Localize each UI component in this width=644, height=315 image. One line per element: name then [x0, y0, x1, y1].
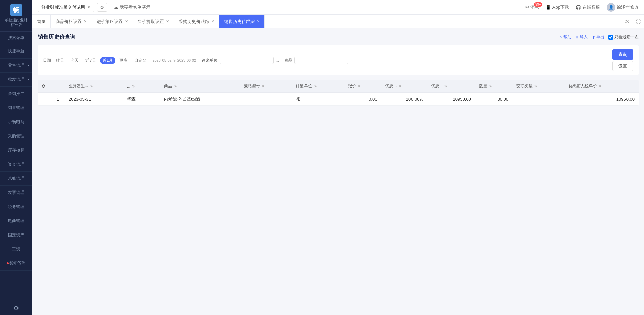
- date-btn-last7days[interactable]: 近7天: [83, 57, 99, 64]
- close-icon[interactable]: ✕: [125, 19, 128, 24]
- from-unit-more-btn[interactable]: ...: [276, 58, 279, 63]
- table-wrapper: ⚙ 业务发生... ⇅ ... ⇅ 商品 ⇅ 规格型号 ⇅ 计量单位 ⇅ 报价 …: [38, 80, 639, 106]
- sidebar-item-wholesale[interactable]: 批发管理: [0, 73, 32, 87]
- col-spec[interactable]: 规格型号 ⇅: [240, 80, 292, 93]
- export-icon: ⬆: [592, 35, 595, 40]
- sidebar-settings-icon[interactable]: ⚙: [0, 301, 32, 315]
- phone-icon: 📱: [546, 5, 551, 10]
- product-more-btn[interactable]: ...: [350, 58, 354, 63]
- tab-purchase-history[interactable]: 采购历史价跟踪 ✕: [174, 15, 219, 28]
- sidebar-item-invoice[interactable]: 发票管理: [0, 186, 32, 200]
- close-icon[interactable]: ✕: [84, 19, 87, 24]
- sidebar-item-tax[interactable]: 税务管理: [0, 200, 32, 214]
- sidebar-item-sales[interactable]: 销售管理: [0, 101, 32, 115]
- row-quantity-cell: 30.00: [475, 93, 512, 106]
- sidebar-item-payroll[interactable]: 工资: [0, 242, 32, 256]
- sidebar-item-assets[interactable]: 固定资产: [0, 228, 32, 242]
- product-label: 商品: [284, 58, 292, 63]
- row-transaction-type-cell: [512, 93, 565, 106]
- col-pretax-price[interactable]: 优惠前无税单价 ⇅: [565, 80, 639, 93]
- sidebar-search[interactable]: 搜索菜单: [0, 32, 32, 44]
- col-unit[interactable]: 计量单位 ⇅: [292, 80, 344, 93]
- col-quantity[interactable]: 数量 ⇅: [475, 80, 512, 93]
- data-table: ⚙ 业务发生... ⇅ ... ⇅ 商品 ⇅ 规格型号 ⇅ 计量单位 ⇅ 报价 …: [38, 80, 639, 106]
- row-settings-cell: [38, 93, 51, 106]
- cloud-icon: ☁: [114, 5, 118, 10]
- tabbar-close-button[interactable]: ✕: [621, 18, 633, 25]
- tab-home-label: 首页: [37, 19, 46, 25]
- col-business-date[interactable]: 业务发生... ⇅: [65, 80, 123, 93]
- sidebar-item-finance[interactable]: 资金管理: [0, 158, 32, 172]
- table-header-row: ⚙ 业务发生... ⇅ ... ⇅ 商品 ⇅ 规格型号 ⇅ 计量单位 ⇅ 报价 …: [38, 80, 639, 93]
- query-button[interactable]: 查询: [612, 49, 633, 60]
- filter-bar: 日期 昨天 今天 近7天 近1月 更多 自定义 2023-05-02 至 202…: [38, 45, 639, 75]
- help-link[interactable]: ? 帮助: [560, 34, 571, 40]
- help-icon: ?: [560, 35, 562, 40]
- online-service-button[interactable]: 🎧 在线客服: [576, 4, 600, 10]
- tab-purchase-history-label: 采购历史价跟踪: [179, 19, 209, 25]
- page-title: 销售历史价查询: [38, 34, 75, 41]
- sidebar-item-ecommerce-small[interactable]: 小畅电商: [0, 115, 32, 129]
- sidebar-item-ecommerce[interactable]: 电商管理: [0, 214, 32, 228]
- import-link[interactable]: ⬇ 导入: [575, 34, 588, 40]
- demo-link[interactable]: ☁ 我要看实例演示: [114, 4, 150, 10]
- online-service-label: 在线客服: [582, 4, 600, 10]
- row-discount-amount-cell: 10950.00: [427, 93, 475, 106]
- col-quoted-price[interactable]: 报价 ⇅: [344, 80, 381, 93]
- col-discount-rate[interactable]: 优惠... ⇅: [381, 80, 427, 93]
- sidebar-logo: 畅 畅捷通好业财标准版: [0, 0, 32, 32]
- app-download-label: App下载: [552, 4, 569, 10]
- filter-settings-button[interactable]: 设置: [612, 61, 633, 71]
- sidebar: 畅 畅捷通好业财标准版 搜索菜单 快捷导航 零售管理 批发管理 营销推广 销售管…: [0, 0, 32, 315]
- from-unit-input[interactable]: [220, 57, 274, 64]
- sidebar-item-quick-nav: 快捷导航: [0, 44, 32, 59]
- topbar-right: ✉ 消息 99+ 📱 App下载 🎧 在线客服 👤 徐泽华修改: [525, 3, 639, 12]
- tab-product-price-label: 商品价格设置: [56, 19, 82, 25]
- close-icon[interactable]: ✕: [211, 19, 214, 24]
- tabbar-expand-button[interactable]: ⛶: [633, 19, 644, 24]
- col-discount-amount[interactable]: 优惠... ⇅: [427, 80, 475, 93]
- col-transaction-type[interactable]: 交易类型 ⇅: [512, 80, 565, 93]
- app-download-button[interactable]: 📱 App下载: [546, 4, 569, 10]
- date-btn-custom[interactable]: 自定义: [132, 57, 149, 64]
- row-business-date-cell: 2023-05-31: [65, 93, 123, 106]
- sidebar-item-inventory[interactable]: 库存核算: [0, 143, 32, 158]
- date-filter-label: 日期: [43, 58, 51, 63]
- date-filter-group: 日期 昨天 今天 近7天 近1月 更多 自定义 2023-05-02 至 202…: [43, 57, 196, 64]
- sidebar-item-retail[interactable]: 零售管理: [0, 59, 32, 73]
- module-select[interactable]: 好业财标准版交付试用 ▼: [38, 3, 94, 12]
- sidebar-item-purchase[interactable]: 采购管理: [0, 129, 32, 143]
- sidebar-item-marketing[interactable]: 营销推广: [0, 87, 32, 101]
- last-only-checkbox-label: 只看最后一次: [608, 34, 639, 40]
- date-btn-more[interactable]: 更多: [117, 57, 130, 64]
- message-badge: 99+: [534, 2, 542, 7]
- user-menu[interactable]: 👤 徐泽华修改: [607, 3, 639, 12]
- tab-sale-history[interactable]: 销售历史价跟踪 ✕: [219, 15, 265, 28]
- sidebar-item-accounting[interactable]: 总账管理: [0, 172, 32, 186]
- tabbar: 首页 商品价格设置 ✕ 进价策略设置 ✕ 售价提取设置 ✕ 采购历史价跟踪 ✕ …: [32, 15, 644, 28]
- row-quoted-price-cell: 0.00: [344, 93, 381, 106]
- col-settings[interactable]: ⚙: [38, 80, 51, 93]
- product-input[interactable]: [294, 57, 348, 64]
- close-icon[interactable]: ✕: [166, 19, 169, 24]
- row-expand-cell: 华查...: [123, 93, 160, 106]
- smart-dot-indicator: [7, 262, 9, 264]
- topbar-settings-button[interactable]: ⚙: [97, 3, 107, 12]
- date-btn-last1month[interactable]: 近1月: [100, 57, 116, 64]
- tab-home[interactable]: 首页: [32, 15, 51, 28]
- close-icon[interactable]: ✕: [257, 19, 260, 24]
- export-link[interactable]: ⬆ 导出: [592, 34, 604, 40]
- col-product[interactable]: 商品 ⇅: [160, 80, 240, 93]
- col-expand[interactable]: ... ⇅: [123, 80, 160, 93]
- row-no-cell: 1: [51, 93, 65, 106]
- message-button[interactable]: ✉ 消息 99+: [525, 4, 539, 10]
- date-btn-today[interactable]: 今天: [68, 57, 81, 64]
- tab-sale-extract[interactable]: 售价提取设置 ✕: [133, 15, 174, 28]
- last-only-checkbox[interactable]: [608, 35, 613, 40]
- user-name: 徐泽华修改: [617, 4, 639, 10]
- tab-product-price[interactable]: 商品价格设置 ✕: [51, 15, 92, 28]
- date-btn-yesterday[interactable]: 昨天: [53, 57, 67, 64]
- sidebar-item-smart[interactable]: 智能管理: [0, 256, 32, 271]
- product-filter-group: 商品 ...: [284, 57, 354, 64]
- tab-purchase-strategy[interactable]: 进价策略设置 ✕: [92, 15, 133, 28]
